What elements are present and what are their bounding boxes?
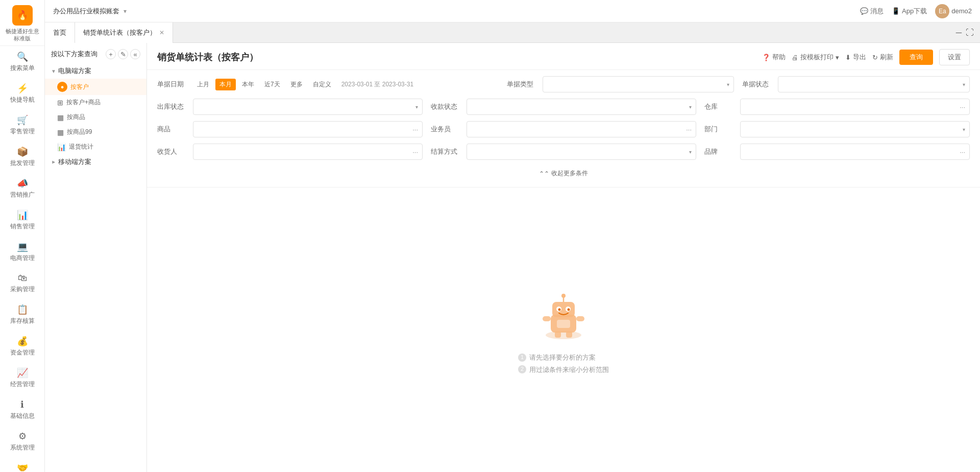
sidebar-item-search[interactable]: 🔍 搜索菜单	[0, 46, 44, 78]
warehouse-label: 仓库	[704, 102, 740, 111]
receiver-control[interactable]: ···	[193, 144, 423, 160]
add-scheme-btn[interactable]: +	[106, 49, 116, 59]
right-panel: 销货单统计表（按客户） ❓ 帮助 🖨 按模板打印 ▾ ⬇ 导出	[147, 43, 980, 472]
edit-scheme-btn[interactable]: ✎	[118, 49, 128, 59]
template-print-btn[interactable]: 🖨 按模板打印 ▾	[792, 53, 839, 62]
refresh-icon: ↻	[872, 54, 878, 61]
app-download-btn[interactable]: 📱 App下载	[892, 7, 927, 16]
logo-area: 🔥 畅捷通好生意 标准版	[0, 0, 44, 46]
collapse-filter-btn[interactable]: ⌃⌃ 收起更多条件	[536, 166, 591, 181]
filter-area: 单据日期 上月 本月 本年 近7天 更多 自定义 2023-03-01 至 20…	[147, 70, 980, 187]
active-scheme-indicator: ●	[57, 82, 67, 92]
goods-label: 商品	[157, 125, 193, 134]
marketing-icon: 📣	[17, 178, 28, 189]
date-tab-last-7-days[interactable]: 近7天	[260, 79, 284, 90]
tab-minimize-icon[interactable]: ─	[956, 28, 962, 37]
collapse-panel-btn[interactable]: «	[130, 49, 140, 59]
scheme-by-customer-goods-label: 按客户+商品	[66, 98, 101, 107]
salesperson-filter-item: 业务员 ···	[431, 121, 696, 137]
help-icon: ❓	[762, 54, 770, 61]
goods-control[interactable]: ···	[193, 121, 423, 137]
desktop-section-header[interactable]: ▼ 电脑端方案	[45, 63, 146, 79]
sidebar-item-label-retail: 零售管理	[10, 127, 35, 136]
message-btn[interactable]: 💬 消息	[860, 7, 884, 16]
sidebar-item-operation[interactable]: 📈 经营管理	[0, 362, 44, 394]
date-tab-custom[interactable]: 自定义	[309, 79, 335, 90]
date-tab-this-year[interactable]: 本年	[238, 79, 258, 90]
receiver-label: 收货人	[157, 147, 193, 156]
search-icon: 🔍	[17, 51, 28, 62]
sidebar-item-label-marketing: 营销推广	[10, 191, 35, 199]
scheme-by-customer[interactable]: ● 按客户	[45, 79, 146, 95]
tab-sales-stat[interactable]: 销货单统计表（按客户） ✕	[75, 22, 173, 43]
svg-rect-11	[555, 332, 561, 338]
sidebar-item-basic[interactable]: ℹ 基础信息	[0, 394, 44, 426]
out-status-control[interactable]: ▾	[193, 99, 423, 115]
help-btn[interactable]: ❓ 帮助	[762, 53, 786, 62]
query-button[interactable]: 查询	[899, 50, 933, 65]
doc-type-filter-item: 单据类型 ▾	[507, 76, 734, 92]
settings-button[interactable]: 设置	[939, 49, 970, 65]
warehouse-control[interactable]: ···	[740, 99, 970, 115]
topbar: 办公用品行业模拟账套 ▾ 💬 消息 📱 App下载 Ea demo2	[45, 0, 980, 22]
sidebar-item-sales[interactable]: 📊 销售管理	[0, 204, 44, 236]
brand-control[interactable]: ···	[740, 144, 970, 160]
sidebar-item-purchase[interactable]: 🛍 采购管理	[0, 268, 44, 299]
sidebar-item-retail[interactable]: 🛒 零售管理	[0, 109, 44, 141]
scheme-by-goods-99[interactable]: ▦ 按商品99	[45, 125, 146, 139]
date-tab-this-month[interactable]: 本月	[215, 79, 236, 90]
tip-item-2: 2 用过滤条件来缩小分析范围	[518, 364, 609, 375]
home-tab-label: 首页	[53, 28, 66, 37]
sidebar-item-label-sales: 销售管理	[10, 222, 35, 231]
sidebar-item-ecommerce[interactable]: 💻 电商管理	[0, 236, 44, 268]
sidebar-item-system[interactable]: ⚙ 系统管理	[0, 426, 44, 457]
app-icon: 📱	[892, 7, 900, 15]
receipt-status-control[interactable]: ▾	[467, 99, 696, 115]
scheme-return-stat[interactable]: 📊 退货统计	[45, 139, 146, 154]
sidebar-item-label-search: 搜索菜单	[10, 64, 35, 73]
salesperson-dots-icon: ···	[686, 126, 692, 133]
date-tab-more[interactable]: 更多	[286, 79, 307, 90]
svg-point-8	[561, 294, 566, 298]
mobile-section-header[interactable]: ▼ 移动端方案	[45, 154, 146, 170]
username: demo2	[951, 7, 972, 15]
industry-dropdown[interactable]: ▾	[124, 8, 127, 15]
robot-svg	[535, 287, 592, 343]
tab-home[interactable]: 首页	[45, 22, 75, 43]
mobile-section-label: 移动端方案	[58, 157, 91, 167]
content-area: 按以下方案查询 + ✎ « ▼ 电脑端方案 ● 按客户 ⊞ 按客户+商品 ▦	[45, 43, 980, 472]
refresh-btn[interactable]: ↻ 刷新	[872, 53, 893, 62]
user-area[interactable]: Ea demo2	[935, 4, 972, 18]
doc-status-control[interactable]: ▾	[778, 76, 970, 92]
sidebar-item-finance[interactable]: 💰 资金管理	[0, 331, 44, 362]
doc-status-label: 单据状态	[742, 80, 778, 89]
svg-point-6	[568, 309, 570, 311]
tab-close-icon[interactable]: ✕	[159, 29, 164, 36]
department-control[interactable]: ▾	[740, 121, 970, 137]
payment-control[interactable]: ▾	[467, 144, 696, 160]
svg-point-5	[558, 309, 561, 311]
sidebar-item-marketing[interactable]: 📣 营销推广	[0, 173, 44, 204]
salesperson-control[interactable]: ···	[467, 121, 696, 137]
sidebar-item-label-inventory: 库存核算	[10, 317, 35, 325]
sidebar-item-inventory[interactable]: 📋 库存核算	[0, 299, 44, 331]
customer-goods-icon: ⊞	[57, 99, 63, 107]
doc-type-label: 单据类型	[507, 80, 543, 89]
sales-icon: 📊	[17, 209, 28, 221]
scheme-by-goods[interactable]: ▦ 按商品	[45, 110, 146, 125]
doc-type-control[interactable]: ▾	[543, 76, 734, 92]
date-tab-last-month[interactable]: 上月	[193, 79, 213, 90]
receipt-status-label: 收款状态	[431, 102, 467, 111]
date-label: 单据日期	[157, 80, 193, 89]
tab-fullscreen-icon[interactable]: ⛶	[966, 28, 974, 37]
scheme-by-customer-goods[interactable]: ⊞ 按客户+商品	[45, 95, 146, 110]
export-btn[interactable]: ⬇ 导出	[845, 53, 866, 62]
sidebar-item-wholesale[interactable]: 📦 批发管理	[0, 141, 44, 173]
sidebar-item-enterprise[interactable]: 🤝 企业协同	[0, 457, 44, 472]
sidebar-item-quick-nav[interactable]: ⚡ 快捷导航	[0, 78, 44, 109]
export-icon: ⬇	[845, 54, 851, 61]
message-icon: 💬	[860, 7, 868, 15]
scheme-by-goods-99-label: 按商品99	[67, 128, 92, 136]
print-dropdown-icon: ▾	[836, 54, 839, 61]
panel-header-label: 按以下方案查询	[51, 50, 97, 59]
